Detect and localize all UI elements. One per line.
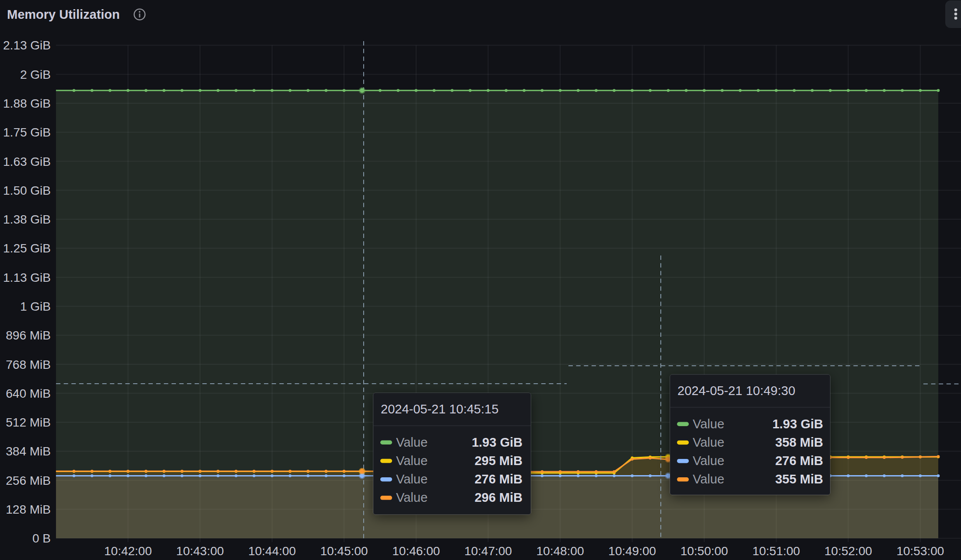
svg-text:Value: Value xyxy=(693,435,724,449)
svg-text:1.75 GiB: 1.75 GiB xyxy=(3,126,51,139)
svg-text:896 MiB: 896 MiB xyxy=(6,329,51,342)
svg-text:296 MiB: 296 MiB xyxy=(474,490,523,504)
svg-text:1.63 GiB: 1.63 GiB xyxy=(3,155,51,168)
svg-text:10:47:00: 10:47:00 xyxy=(464,544,512,558)
svg-text:10:43:00: 10:43:00 xyxy=(176,544,224,558)
svg-text:Memory Utilization: Memory Utilization xyxy=(7,7,120,21)
svg-text:1.13 GiB: 1.13 GiB xyxy=(3,271,51,284)
svg-text:2024-05-21 10:49:30: 2024-05-21 10:49:30 xyxy=(677,384,795,398)
svg-text:2.13 GiB: 2.13 GiB xyxy=(3,38,51,52)
svg-text:1.50 GiB: 1.50 GiB xyxy=(3,184,51,197)
svg-text:10:52:00: 10:52:00 xyxy=(824,544,872,558)
svg-text:1 GiB: 1 GiB xyxy=(20,300,51,313)
svg-text:10:50:00: 10:50:00 xyxy=(680,544,728,558)
svg-text:276 MiB: 276 MiB xyxy=(474,472,523,486)
svg-text:1.93 GiB: 1.93 GiB xyxy=(472,435,523,449)
svg-text:2 GiB: 2 GiB xyxy=(20,68,51,81)
svg-text:256 MiB: 256 MiB xyxy=(6,474,51,487)
svg-text:10:44:00: 10:44:00 xyxy=(248,544,296,558)
svg-text:Value: Value xyxy=(396,490,428,504)
svg-text:Value: Value xyxy=(396,454,428,468)
svg-text:512 MiB: 512 MiB xyxy=(6,416,51,429)
svg-text:10:49:00: 10:49:00 xyxy=(608,544,656,558)
svg-text:10:51:00: 10:51:00 xyxy=(752,544,800,558)
svg-text:276 MiB: 276 MiB xyxy=(775,454,823,468)
svg-text:384 MiB: 384 MiB xyxy=(6,444,51,458)
svg-text:1.38 GiB: 1.38 GiB xyxy=(3,213,51,226)
svg-text:10:45:00: 10:45:00 xyxy=(320,544,368,558)
svg-text:10:53:00: 10:53:00 xyxy=(896,544,944,558)
svg-text:295 MiB: 295 MiB xyxy=(474,454,523,468)
svg-text:Value: Value xyxy=(396,435,428,449)
svg-text:768 MiB: 768 MiB xyxy=(6,358,51,371)
svg-text:Value: Value xyxy=(693,454,724,468)
svg-text:1.25 GiB: 1.25 GiB xyxy=(3,242,51,255)
svg-text:10:42:00: 10:42:00 xyxy=(104,544,152,558)
svg-text:10:46:00: 10:46:00 xyxy=(392,544,440,558)
svg-text:1.88 GiB: 1.88 GiB xyxy=(3,97,51,110)
svg-text:1.93 GiB: 1.93 GiB xyxy=(772,417,823,431)
svg-text:2024-05-21 10:45:15: 2024-05-21 10:45:15 xyxy=(381,402,498,416)
svg-text:355 MiB: 355 MiB xyxy=(775,472,823,486)
svg-text:640 MiB: 640 MiB xyxy=(6,387,51,400)
svg-text:128 MiB: 128 MiB xyxy=(6,503,51,516)
svg-text:Value: Value xyxy=(693,472,724,486)
svg-text:0 B: 0 B xyxy=(32,532,51,545)
svg-text:Value: Value xyxy=(396,472,428,486)
svg-text:358 MiB: 358 MiB xyxy=(775,435,823,449)
svg-text:Value: Value xyxy=(693,417,724,431)
svg-text:10:48:00: 10:48:00 xyxy=(537,544,584,558)
